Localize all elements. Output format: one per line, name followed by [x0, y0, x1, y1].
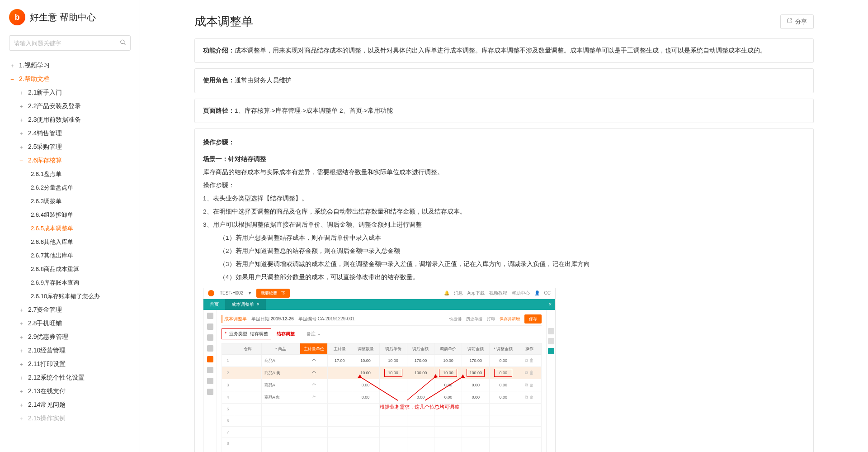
step-3b: （2）若用户知道调整总的结存金额，则在调后金额中录入总金额: [203, 245, 805, 257]
nav-item-212[interactable]: ＋2.12系统个性化设置: [9, 371, 131, 385]
shot-panel: 成本调整单 单据日期 2019-12-26 单据编号 CA-20191229-0…: [217, 310, 546, 452]
nav-item-25[interactable]: ＋2.5采购管理: [9, 140, 131, 154]
nav-item-263[interactable]: 2.6.3调拨单: [9, 195, 131, 208]
nav-item-265-current[interactable]: 2.6.5成本调整单: [9, 222, 131, 235]
plus-icon: ＋: [18, 130, 24, 137]
nav-item-26[interactable]: –2.6库存核算: [9, 154, 131, 167]
required-star: *: [225, 330, 226, 338]
nav-item-28[interactable]: ＋2.8手机旺铺: [9, 317, 131, 330]
step-1: 1、表头业务类型选择【结存调整】。: [203, 192, 805, 205]
step-3c: （3）若用户知道要调增或调减的成本差值，则在调整金额中录入差值，调增录入正值，记…: [203, 258, 805, 270]
shot-date-value: 2019-12-26: [271, 316, 294, 321]
plus-icon: ＋: [18, 117, 24, 123]
shot-save: 保存: [524, 314, 542, 324]
biztype-label: 业务类型: [229, 330, 247, 338]
plus-icon: ＋: [18, 334, 24, 340]
path-label: 页面路径：: [203, 107, 235, 114]
nav-item-2610[interactable]: 2.6.10库存账本错了怎么办: [9, 290, 131, 303]
step-2: 2、在明细中选择要调整的商品及仓库，系统会自动带出结存数量和结存金额，以及结存成…: [203, 205, 805, 218]
shot-date-label: 单据日期: [251, 316, 269, 321]
step-3a: （1）若用户想要调整结存成本，则在调后单价中录入成本: [203, 232, 805, 244]
shot-tab-doc: 成本调整单×: [225, 299, 266, 310]
nav-item-269[interactable]: 2.6.9库存账本查询: [9, 276, 131, 290]
steps-label: 操作步骤：: [203, 136, 805, 148]
nav-item-262[interactable]: 2.6.2分量盘点单: [9, 181, 131, 195]
memo-label: 备注: [307, 331, 316, 336]
shot-org: TEST-H002: [220, 289, 243, 297]
svg-line-1: [124, 43, 126, 45]
scene1-steps-label: 操作步骤：: [203, 179, 805, 191]
plus-icon: ＋: [18, 90, 24, 96]
th-aamt: 调前金额: [462, 343, 490, 355]
minus-icon: –: [18, 157, 24, 164]
nav-item-214[interactable]: ＋2.14常见问题: [9, 398, 131, 412]
nav-item-267[interactable]: 2.6.7其他出库单: [9, 249, 131, 262]
nav-item-23[interactable]: ＋2.3使用前数据准备: [9, 113, 131, 127]
scene1-desc: 库存商品的结存成本与实际成本有差异，需要根据结存数量和实际单位成本进行调整。: [203, 166, 805, 178]
nav-item-27[interactable]: ＋2.7资金管理: [9, 303, 131, 317]
tool-icon: [548, 328, 554, 334]
plus-icon: ＋: [9, 62, 15, 69]
shot-tabs: 首页 成本调整单× ×: [203, 299, 555, 310]
nav-item-268[interactable]: 2.6.8商品成本重算: [9, 262, 131, 276]
brand-logo-icon: b: [9, 9, 25, 25]
rail-icon: [207, 378, 213, 384]
nav-item-213[interactable]: ＋2.13在线支付: [9, 385, 131, 398]
nav-item-264[interactable]: 2.6.4组装拆卸单: [9, 208, 131, 222]
nav-item-211[interactable]: ＋2.11打印设置: [9, 357, 131, 371]
bell-icon: 🔔: [444, 289, 449, 297]
annotation-1: 结存调整: [277, 330, 295, 338]
share-icon: [787, 18, 793, 25]
th-bqty: 调整数量: [352, 343, 379, 355]
nav-item-22[interactable]: ＋2.2产品安装及登录: [9, 100, 131, 113]
shot-right-tools: [546, 310, 555, 452]
plus-icon: ＋: [18, 361, 24, 367]
shot-topbar: TEST-H002 ▾ 我要续费一下 🔔消息 App下载 视频教程 帮助中心 👤…: [203, 288, 555, 299]
nav-item-24[interactable]: ＋2.4销售管理: [9, 127, 131, 140]
shot-msg: 消息: [454, 289, 463, 297]
search-box: [9, 35, 131, 51]
shot-panel-title: 成本调整单: [222, 315, 247, 323]
tool-icon: [548, 348, 554, 354]
path-text: 1、库存核算->库存管理->成本调整单 2、首页->常用功能: [235, 107, 393, 114]
nav-item-21[interactable]: ＋2.1新手入门: [9, 86, 131, 100]
th-item: * 商品: [261, 343, 300, 355]
page-title: 成本调整单: [194, 14, 253, 29]
table-row: 1商品A个17.0010.0010.00170.0010.00170.000.0…: [222, 355, 542, 367]
shot-table: 仓库 * 商品 主计量单位 主计量 调整数量 调后单价 调后金额 调前单价 调前…: [222, 343, 542, 452]
svg-point-0: [121, 40, 124, 43]
th-bamt: 调后金额: [407, 343, 434, 355]
search-icon[interactable]: [120, 39, 126, 47]
step-3: 3、用户可以根据调整依据直接在调后单价、调后金额、调整金额列上进行调整: [203, 219, 805, 231]
nav-tree: ＋1.视频学习 –2.帮助文档 ＋2.1新手入门 ＋2.2产品安装及登录 ＋2.…: [9, 59, 131, 425]
tool-icon: [548, 338, 554, 344]
shot-user: CC: [544, 289, 551, 297]
search-input[interactable]: [9, 35, 131, 51]
nav-item-docs[interactable]: –2.帮助文档: [9, 72, 131, 86]
th-qty: 主计量: [328, 343, 352, 355]
nav-item-210[interactable]: ＋2.10经营管理: [9, 344, 131, 357]
plus-icon: ＋: [18, 347, 24, 354]
table-row: 4商品A 红个0.000.000.000.000.00⧉ 🗑: [222, 391, 542, 404]
nav-item-215[interactable]: ＋2.15操作实例: [9, 412, 131, 425]
nav-item-266[interactable]: 2.6.6其他入库单: [9, 235, 131, 249]
plus-icon: ＋: [18, 307, 24, 313]
intro-box: 功能介绍：成本调整单，用来实现对商品结存成本的调整，以及针对具体的出入库单进行成…: [194, 38, 814, 63]
intro-text: 成本调整单，用来实现对商品结存成本的调整，以及针对具体的出入库单进行成本调整。库…: [235, 47, 766, 54]
role-box: 使用角色：通常由财务人员维护: [194, 68, 814, 93]
rail-icon-active: [207, 356, 213, 362]
nav-item-29[interactable]: ＋2.9优惠券管理: [9, 330, 131, 344]
avatar-icon: 👤: [534, 289, 540, 297]
plus-icon: ＋: [18, 103, 24, 109]
table-row: 3商品A个0.000.000.000.00⧉ 🗑: [222, 379, 542, 391]
shot-help: 帮助中心: [512, 289, 530, 297]
plus-icon: ＋: [18, 144, 24, 150]
nav-item-video[interactable]: ＋1.视频学习: [9, 59, 131, 72]
rail-icon: [207, 334, 213, 341]
nav-item-261[interactable]: 2.6.1盘点单: [9, 167, 131, 181]
share-button[interactable]: 分享: [780, 14, 814, 29]
shot-code-label: 单据编号: [298, 316, 316, 321]
main-content: 成本调整单 分享 功能介绍：成本调整单，用来实现对商品结存成本的调整，以及针对具…: [140, 0, 868, 452]
plus-icon: ＋: [18, 415, 24, 422]
shot-savenew: 保存并新增: [500, 315, 520, 323]
